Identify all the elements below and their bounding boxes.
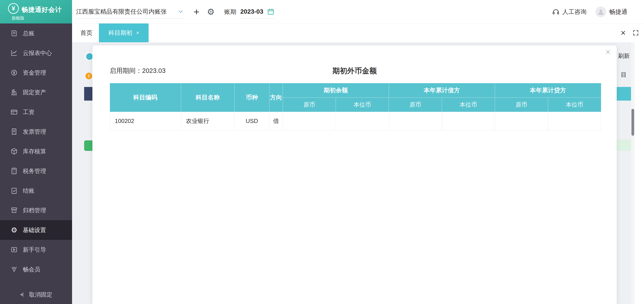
- company-select[interactable]: 江西服宝精品有限责任公司内账张: [76, 4, 184, 19]
- background-refresh-link[interactable]: 刷新: [618, 52, 630, 60]
- cell-credit-original[interactable]: [495, 112, 548, 130]
- sidebar-item-label: 基础设置: [23, 226, 46, 234]
- fullscreen-icon: [632, 29, 639, 36]
- period-picker[interactable]: 2023-03: [240, 4, 274, 19]
- col-header-credit-base: 本位币: [548, 97, 601, 112]
- cell-credit-base[interactable]: [548, 112, 601, 130]
- cell-opening-base[interactable]: [336, 112, 389, 130]
- cell-opening-original[interactable]: [283, 112, 336, 130]
- support-button[interactable]: 人工咨询: [552, 8, 586, 16]
- sidebar-item-general-ledger[interactable]: 总账: [0, 23, 72, 43]
- right-gutter: [634, 42, 644, 304]
- fullscreen-button[interactable]: [632, 29, 639, 36]
- dialog-header: 启用期间：2023.03 期初外币金额: [110, 64, 600, 78]
- col-header-currency: 币种: [234, 83, 270, 112]
- archive-icon: [10, 207, 18, 214]
- col-group-opening: 期初余额: [283, 83, 389, 97]
- col-header-name: 科目名称: [181, 83, 234, 112]
- topbar: 江西服宝精品有限责任公司内账张 + ⚙ 账期 2023-03 人工咨询 畅捷通: [72, 0, 644, 23]
- sidebar-item-closing[interactable]: 结账: [0, 181, 72, 201]
- sidebar-item-tax[interactable]: 税务管理: [0, 161, 72, 181]
- sidebar-item-label: 云报表中心: [23, 49, 52, 57]
- cell-currency: USD: [234, 112, 270, 130]
- sidebar-item-inventory[interactable]: 库存核算: [0, 141, 72, 161]
- col-header-opening-original: 原币: [283, 97, 336, 112]
- gear-icon: ⚙: [10, 226, 18, 234]
- col-group-ytd-credit: 本年累计贷方: [495, 83, 601, 97]
- tab-home[interactable]: 首页: [74, 23, 99, 42]
- building-icon: [10, 88, 18, 96]
- background-alert-icon: !: [86, 73, 92, 79]
- brand-name: 畅捷通好会计: [22, 5, 62, 14]
- fx-table: 科目编码 科目名称 币种 方向 期初余额 本年累计借方 本年累计贷方 原币 本位…: [110, 83, 601, 131]
- topbar-right: 人工咨询 畅捷通: [552, 0, 628, 23]
- sidebar-item-payroll[interactable]: 工资: [0, 102, 72, 122]
- background-lightgreen-fragment: [617, 139, 631, 151]
- brand-logo-icon: ¥: [8, 3, 19, 14]
- period-value: 2023-03: [240, 8, 263, 15]
- cell-name: 农业银行: [181, 112, 234, 130]
- sidebar-item-funds[interactable]: 资金管理: [0, 63, 72, 82]
- sidebar: ¥ 畅捷通好会计 旗舰版 总账 云报表中心 资金管理 固定资产: [0, 0, 72, 304]
- dialog-close-icon[interactable]: ×: [606, 47, 610, 57]
- chart-icon: [10, 49, 18, 57]
- cell-debit-original[interactable]: [389, 112, 442, 130]
- opening-fx-dialog: × 启用期间：2023.03 期初外币金额 科目编码: [92, 45, 617, 304]
- col-header-code: 科目编码: [110, 83, 181, 112]
- calculator-icon: [10, 167, 18, 175]
- add-account-set-button[interactable]: +: [191, 0, 202, 23]
- company-name: 江西服宝精品有限责任公司内账张: [76, 7, 167, 16]
- avatar[interactable]: [596, 6, 606, 17]
- brand-edition: 旗舰版: [12, 15, 24, 21]
- coin-icon: [10, 69, 18, 76]
- col-header-opening-base: 本位币: [336, 97, 389, 112]
- sidebar-item-cloud-reports[interactable]: 云报表中心: [0, 43, 72, 63]
- col-header-credit-original: 原币: [495, 97, 548, 112]
- sidebar-item-membership[interactable]: 畅会员: [0, 260, 72, 279]
- calendar-icon: [267, 8, 274, 15]
- brand-header: ¥ 畅捷通好会计 旗舰版: [0, 0, 72, 23]
- account-set-settings-button[interactable]: ⚙: [206, 0, 216, 23]
- fx-table-wrapper: 科目编码 科目名称 币种 方向 期初余额 本年累计借方 本年累计贷方 原币 本位…: [110, 83, 601, 131]
- content-area: ! 刷新 目 × 启用期间：2023.03 期初外币金额: [72, 42, 644, 304]
- chevron-down-icon: [177, 8, 184, 15]
- sidebar-item-basic-settings[interactable]: ⚙ 基础设置: [0, 220, 72, 240]
- table-row: 100202 农业银行 USD 借: [110, 112, 601, 130]
- col-header-debit-base: 本位币: [442, 97, 495, 112]
- background-table-header-fragment-right: [617, 87, 631, 101]
- close-all-tabs-button[interactable]: ×: [621, 29, 626, 37]
- col-header-debit-original: 原币: [389, 97, 442, 112]
- tab-bar: 首页 科目期初 × ×: [72, 23, 644, 42]
- col-header-direction: 方向: [270, 83, 283, 112]
- unpin-label: 取消固定: [29, 291, 52, 299]
- page-scrollbar-thumb[interactable]: [632, 109, 634, 136]
- ledger-icon: [10, 29, 18, 37]
- sidebar-item-fixed-assets[interactable]: 固定资产: [0, 82, 72, 102]
- username: 畅捷通: [609, 8, 628, 16]
- box-icon: [10, 148, 18, 155]
- sidebar-item-invoices[interactable]: 发票管理: [0, 122, 72, 141]
- clipboard-check-icon: [10, 187, 18, 195]
- sidebar-item-guide[interactable]: 新手引导: [0, 240, 72, 260]
- background-partial-text: 目: [621, 71, 626, 79]
- wallet-icon: [10, 108, 18, 116]
- cell-debit-base[interactable]: [442, 112, 495, 130]
- sidebar-menu: 总账 云报表中心 资金管理 固定资产 工资 发票管理: [0, 23, 72, 279]
- sidebar-item-label: 工资: [23, 108, 34, 116]
- period-label: 账期: [224, 0, 236, 23]
- tab-close-icon[interactable]: ×: [136, 30, 139, 36]
- user-icon: [597, 8, 604, 16]
- background-table-header-fragment-left: [84, 87, 92, 101]
- cell-direction: 借: [270, 112, 283, 130]
- tab-account-opening[interactable]: 科目期初 ×: [99, 23, 148, 42]
- col-group-ytd-debit: 本年累计借方: [389, 83, 495, 97]
- v-member-icon: [10, 266, 18, 273]
- tab-label: 科目期初: [108, 29, 132, 37]
- tab-controls: ×: [621, 23, 644, 42]
- dialog-title: 期初外币金额: [332, 66, 377, 76]
- support-label: 人工咨询: [562, 8, 586, 16]
- sidebar-item-archive[interactable]: 归档管理: [0, 201, 72, 220]
- unpin-button[interactable]: 取消固定: [0, 285, 72, 304]
- play-icon: [10, 246, 18, 254]
- receipt-icon: [10, 128, 18, 135]
